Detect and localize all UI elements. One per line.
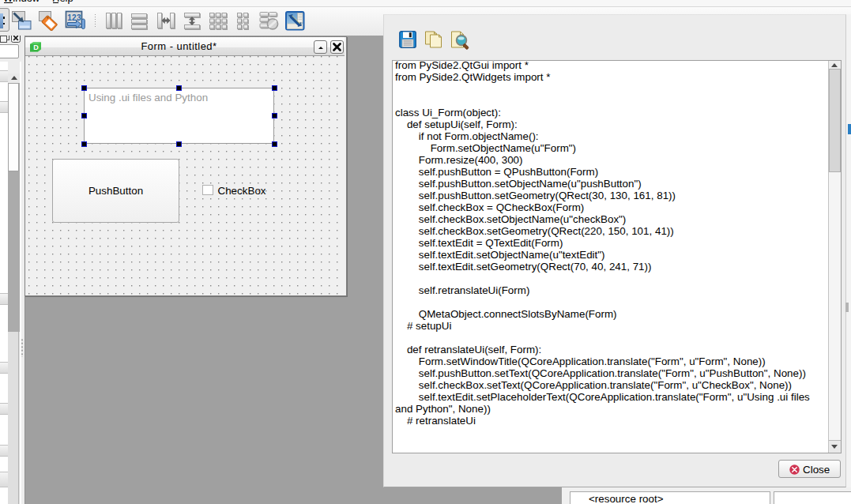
svg-text:123: 123 <box>67 13 81 22</box>
